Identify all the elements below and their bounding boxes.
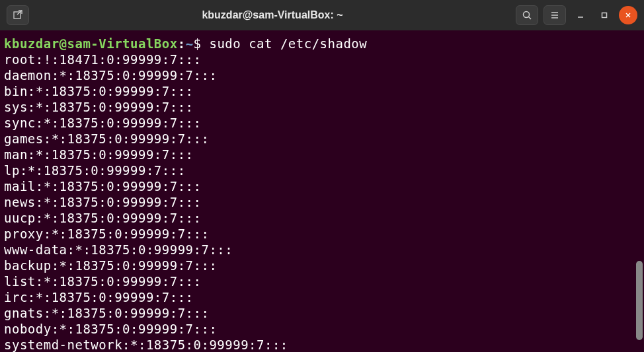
hamburger-icon: [549, 10, 560, 20]
output-line: proxy:*:18375:0:99999:7:::: [4, 226, 640, 242]
titlebar: kbuzdar@sam-VirtualBox: ~: [0, 0, 644, 30]
svg-line-2: [529, 17, 532, 20]
output-line: lp:*:18375:0:99999:7:::: [4, 162, 640, 178]
titlebar-right-controls: [516, 5, 637, 25]
output-line: man:*:18375:0:99999:7:::: [4, 147, 640, 162]
new-tab-button[interactable]: [7, 5, 29, 25]
search-icon: [522, 10, 532, 20]
menu-button[interactable]: [543, 5, 566, 25]
output-container: root:!:18471:0:99999:7:::daemon:*:18375:…: [4, 52, 640, 352]
output-line: uucp:*:18375:0:99999:7:::: [4, 210, 640, 226]
output-line: bin:*:18375:0:99999:7:::: [4, 83, 640, 99]
output-line: mail:*:18375:0:99999:7:::: [4, 178, 640, 194]
output-line: irc:*:18375:0:99999:7:::: [4, 289, 640, 305]
svg-point-1: [524, 12, 530, 18]
prompt-user-host: kbuzdar@sam-VirtualBox: [4, 36, 178, 51]
prompt-path: ~: [186, 36, 194, 51]
output-line: www-data:*:18375:0:99999:7:::: [4, 242, 640, 258]
output-line: daemon:*:18375:0:99999:7:::: [4, 67, 640, 83]
output-line: news:*:18375:0:99999:7:::: [4, 194, 640, 210]
close-button[interactable]: [619, 6, 637, 24]
command-text: sudo cat /etc/shadow: [209, 36, 367, 51]
output-line: games:*:18375:0:99999:7:::: [4, 131, 640, 147]
maximize-button[interactable]: [595, 6, 614, 24]
prompt-dollar: $: [194, 36, 210, 51]
output-line: list:*:18375:0:99999:7:::: [4, 273, 640, 289]
window-title: kbuzdar@sam-VirtualBox: ~: [34, 9, 510, 21]
close-icon: [624, 11, 632, 19]
maximize-icon: [600, 11, 608, 19]
output-line: systemd-network:*:18375:0:99999:7:::: [4, 337, 640, 352]
terminal-body[interactable]: kbuzdar@sam-VirtualBox:~$ sudo cat /etc/…: [0, 30, 644, 352]
output-line: sys:*:18375:0:99999:7:::: [4, 99, 640, 115]
svg-rect-7: [602, 13, 607, 18]
minimize-icon: [577, 11, 584, 19]
output-line: root:!:18471:0:99999:7:::: [4, 52, 640, 67]
prompt-colon: :: [178, 36, 186, 51]
output-line: nobody:*:18375:0:99999:7:::: [4, 321, 640, 337]
output-line: gnats:*:18375:0:99999:7:::: [4, 305, 640, 321]
search-button[interactable]: [516, 5, 538, 25]
output-line: backup:*:18375:0:99999:7:::: [4, 258, 640, 273]
new-tab-icon: [13, 10, 23, 20]
minimize-button[interactable]: [571, 6, 590, 24]
output-line: sync:*:18375:0:99999:7:::: [4, 115, 640, 131]
prompt-line: kbuzdar@sam-VirtualBox:~$ sudo cat /etc/…: [4, 36, 640, 52]
scrollbar-thumb[interactable]: [636, 261, 643, 340]
